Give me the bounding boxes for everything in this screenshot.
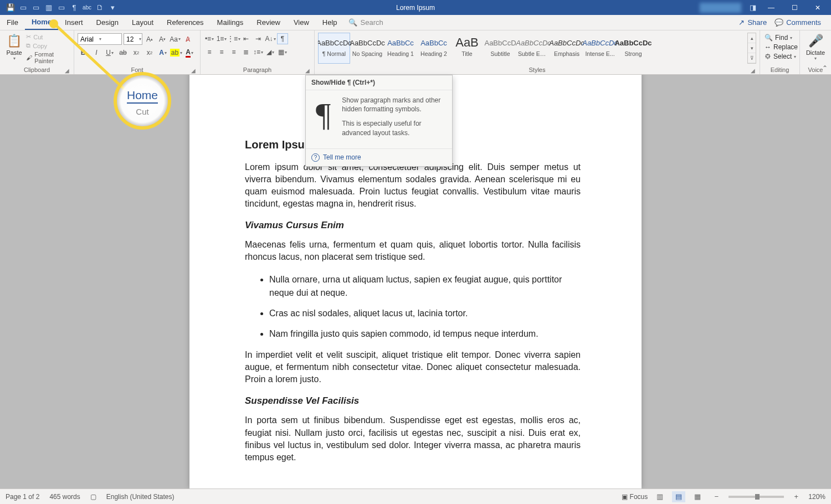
strikethrough-button[interactable]: ab	[117, 47, 129, 58]
minimize-button[interactable]: —	[760, 0, 782, 15]
dialog-launcher-icon[interactable]: ◢	[191, 68, 196, 74]
maximize-button[interactable]: ☐	[783, 0, 806, 15]
sort-button[interactable]: A↓	[265, 33, 276, 44]
share-button[interactable]: ↗Share	[738, 18, 767, 27]
tab-design[interactable]: Design	[90, 15, 125, 30]
grow-font-button[interactable]: A▴	[144, 34, 155, 45]
styles-scroll[interactable]: ▴▾⊽	[747, 33, 756, 64]
tab-layout[interactable]: Layout	[125, 15, 160, 30]
styles-group: AaBbCcDc¶ NormalAaBbCcDcNo SpacingAaBbCc…	[315, 30, 760, 74]
page-indicator[interactable]: Page 1 of 2	[6, 493, 39, 501]
tab-help[interactable]: Help	[316, 15, 344, 30]
zoom-out-button[interactable]: −	[710, 491, 723, 502]
tab-home[interactable]: Home	[25, 15, 58, 30]
status-bar: Page 1 of 2 465 words ▢ English (United …	[0, 488, 831, 504]
qat-btn[interactable]: ▥	[43, 2, 55, 14]
tell-me-more-link[interactable]: ? Tell me more	[306, 149, 452, 166]
qat-customize-icon[interactable]: ▾	[106, 2, 119, 14]
tab-view[interactable]: View	[287, 15, 316, 30]
user-account[interactable]	[700, 3, 741, 13]
web-layout-button[interactable]: ▦	[691, 491, 704, 502]
tooltip-title: Show/Hide ¶ (Ctrl+*)	[306, 75, 452, 90]
shrink-font-button[interactable]: A▾	[157, 34, 168, 45]
tab-references[interactable]: References	[160, 15, 210, 30]
select-button[interactable]: ⯐Select▾	[763, 52, 799, 61]
comments-button[interactable]: 💬Comments	[774, 18, 821, 27]
zoom-slider[interactable]	[729, 496, 784, 498]
change-case-button[interactable]: Aa	[170, 34, 181, 45]
paragraph-group: •≡ 1≡ ⋮≡ ⇤ ⇥ A↓ ¶ ≡ ≡ ≡ ≣ ↕≡ ◢ ▦	[201, 30, 315, 74]
italic-button[interactable]: I	[91, 47, 102, 58]
dictate-button[interactable]: 🎤Dictate▾	[803, 32, 828, 61]
numbering-button[interactable]: 1≡	[216, 33, 227, 44]
borders-button[interactable]: ▦	[277, 47, 288, 58]
font-color-button[interactable]: A	[184, 47, 195, 58]
text-effects-button[interactable]: A	[157, 47, 168, 58]
align-center-button[interactable]: ≡	[216, 47, 227, 58]
close-button[interactable]: ✕	[807, 0, 829, 15]
qat-btn[interactable]: ▭	[55, 2, 68, 14]
tab-review[interactable]: Review	[250, 15, 287, 30]
read-mode-button[interactable]: ▥	[653, 491, 666, 502]
spellcheck-icon[interactable]: abc	[81, 2, 93, 14]
paste-button[interactable]: 📋Paste▾	[3, 32, 25, 61]
justify-button[interactable]: ≣	[240, 47, 252, 58]
qat-btn[interactable]: ▭	[17, 2, 29, 14]
tab-file[interactable]: File	[0, 15, 25, 30]
underline-button[interactable]: U	[104, 47, 115, 58]
line-spacing-button[interactable]: ↕≡	[253, 47, 264, 58]
style-item[interactable]: AaBbCcDcSubtle Em...	[517, 33, 550, 64]
highlight-button[interactable]: ab	[171, 47, 182, 58]
new-doc-icon[interactable]: 🗋	[94, 2, 106, 14]
zoom-level[interactable]: 120%	[808, 493, 825, 501]
style-item[interactable]: AaBbCcDSubtitle	[484, 33, 516, 64]
font-name-select[interactable]: Arial▾	[78, 33, 122, 45]
tab-insert[interactable]: Insert	[58, 15, 90, 30]
style-item[interactable]: AaBbCcHeading 2	[418, 33, 450, 64]
focus-mode[interactable]: ▣ Focus	[622, 493, 648, 501]
dialog-launcher-icon[interactable]: ◢	[65, 68, 69, 74]
pilcrow-icon[interactable]: ¶	[68, 2, 80, 14]
zoom-in-button[interactable]: +	[789, 491, 803, 502]
find-button[interactable]: 🔍Find▾	[763, 33, 799, 42]
style-item[interactable]: AaBbCcDcStrong	[617, 33, 649, 64]
word-count[interactable]: 465 words	[49, 493, 80, 501]
increase-indent-button[interactable]: ⇥	[253, 33, 264, 44]
style-item[interactable]: AaBbCcHeading 1	[384, 33, 417, 64]
save-icon[interactable]: 💾	[4, 2, 17, 14]
style-item[interactable]: AaBbCcDcEmphasis	[551, 33, 583, 64]
voice-label: Voice	[808, 66, 823, 73]
style-item[interactable]: AaBTitle	[451, 33, 483, 64]
subscript-button[interactable]: x2	[131, 47, 142, 58]
bold-button[interactable]: B	[78, 47, 89, 58]
qat-btn[interactable]: ▭	[30, 2, 42, 14]
bullets-button[interactable]: •≡	[204, 33, 215, 44]
styles-gallery[interactable]: AaBbCcDc¶ NormalAaBbCcDcNo SpacingAaBbCc…	[318, 32, 747, 64]
cut-button[interactable]: ✂Cut	[25, 33, 70, 41]
format-painter-button[interactable]: 🖌Format Painter	[25, 50, 70, 65]
replace-button[interactable]: ↔Replace	[763, 43, 799, 52]
language-indicator[interactable]: English (United States)	[106, 493, 175, 501]
tab-mailings[interactable]: Mailings	[211, 15, 250, 30]
dialog-launcher-icon[interactable]: ◢	[305, 68, 310, 74]
ribbon-display-icon[interactable]: ◨	[747, 2, 759, 14]
font-size-select[interactable]: 12▾	[124, 33, 142, 45]
collapse-ribbon-icon[interactable]: ⌃	[822, 64, 828, 72]
clear-format-button[interactable]: A̷	[182, 34, 193, 45]
search-box[interactable]: 🔍 Search	[348, 18, 383, 27]
style-item[interactable]: AaBbCcDcNo Spacing	[351, 33, 383, 64]
copy-button[interactable]: ⧉Copy	[25, 42, 70, 50]
decrease-indent-button[interactable]: ⇤	[240, 33, 252, 44]
align-left-button[interactable]: ≡	[204, 47, 215, 58]
help-icon: ?	[311, 153, 320, 162]
style-item[interactable]: AaBbCcDc¶ Normal	[318, 33, 350, 64]
print-layout-button[interactable]: ▤	[672, 491, 685, 502]
style-item[interactable]: AaBbCcDcIntense E...	[584, 33, 616, 64]
show-hide-button[interactable]: ¶	[277, 33, 288, 44]
shading-button[interactable]: ◢	[265, 47, 276, 58]
align-right-button[interactable]: ≡	[228, 47, 239, 58]
superscript-button[interactable]: x2	[144, 47, 155, 58]
proofing-icon[interactable]: ▢	[90, 493, 96, 501]
multilevel-button[interactable]: ⋮≡	[228, 33, 239, 44]
dialog-launcher-icon[interactable]: ◢	[751, 68, 755, 74]
